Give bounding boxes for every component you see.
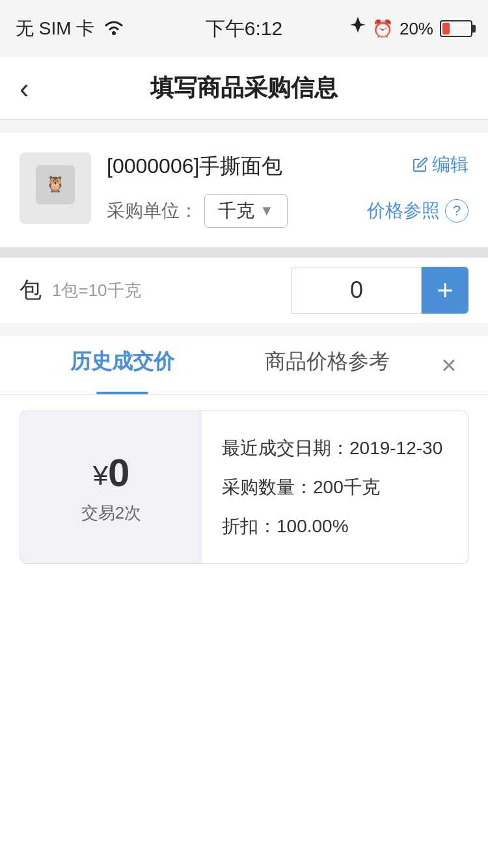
back-button[interactable]: ‹ [20, 74, 29, 103]
section-divider [0, 247, 488, 258]
close-icon: × [441, 351, 456, 380]
unit-select[interactable]: 千克 ▼ [204, 194, 288, 228]
svg-point-0 [112, 31, 116, 35]
price-ref-label: 价格参照 [367, 198, 440, 223]
unit-value: 千克 [218, 198, 254, 223]
history-card-wrap: ¥0 交易2次 最近成交日期：2019-12-30 采购数量：200千克 折扣：… [0, 395, 488, 580]
svg-text:🦉: 🦉 [46, 174, 65, 193]
status-bar: 无 SIM 卡 下午6:12 ⏰ 20% [0, 0, 488, 57]
wifi-icon [102, 18, 126, 40]
product-thumb-icon: 🦉 [33, 162, 78, 215]
edit-button[interactable]: 编辑 [413, 152, 468, 177]
close-button[interactable]: × [429, 346, 468, 385]
tab-history-price[interactable]: 历史成交价 [20, 336, 224, 394]
quantity-detail-label: 采购数量： [222, 477, 313, 497]
history-date-row: 最近成交日期：2019-12-30 [222, 435, 448, 462]
quantity-input-group: + [291, 267, 468, 314]
status-right: ⏰ 20% [350, 17, 472, 41]
discount-label: 折扣： [222, 516, 277, 536]
bottom-area [0, 580, 488, 868]
recent-date-value: 2019-12-30 [349, 438, 442, 458]
page-title: 填写商品采购信息 [150, 72, 338, 104]
price-ref-help-icon: ? [445, 199, 468, 223]
history-price-symbol: ¥ [93, 460, 108, 491]
tab-price-ref[interactable]: 商品价格参考 [224, 336, 429, 394]
status-left: 无 SIM 卡 [16, 16, 126, 41]
unit-box-label: 包 [20, 275, 42, 305]
price-ref-button[interactable]: 价格参照 ? [367, 198, 468, 223]
quantity-unit-info: 包 1包=10千克 [20, 275, 141, 305]
unit-conversion-label: 1包=10千克 [52, 279, 141, 302]
history-card: ¥0 交易2次 最近成交日期：2019-12-30 采购数量：200千克 折扣：… [20, 411, 468, 564]
product-header: [0000006]手撕面包 编辑 [107, 152, 468, 181]
discount-value: 100.00% [277, 516, 349, 536]
quantity-plus-button[interactable]: + [422, 267, 468, 314]
tab-underline [96, 392, 148, 394]
product-info: [0000006]手撕面包 编辑 采购单位： 千克 ▼ 价格参照 ? [107, 152, 468, 228]
dropdown-arrow-icon: ▼ [260, 202, 274, 219]
quantity-row: 包 1包=10千克 + [0, 258, 488, 323]
tabs-row: 历史成交价 商品价格参考 × [0, 336, 488, 394]
product-card: 🦉 [0000006]手撕面包 编辑 采购单位： 千克 ▼ [0, 133, 488, 247]
carrier-label: 无 SIM 卡 [16, 16, 94, 41]
history-detail-section: 最近成交日期：2019-12-30 采购数量：200千克 折扣：100.00% [202, 411, 468, 563]
quantity-input[interactable] [291, 267, 422, 314]
tab-price-ref-label: 商品价格参考 [265, 347, 390, 383]
plus-icon: + [437, 274, 454, 306]
history-price-display: ¥0 [93, 450, 130, 495]
history-trade-count: 交易2次 [81, 502, 141, 524]
edit-label: 编辑 [432, 152, 468, 177]
history-price-value: 0 [108, 451, 129, 495]
nav-bar: ‹ 填写商品采购信息 [0, 57, 488, 120]
alarm-icon: ⏰ [372, 19, 393, 39]
battery-icon [440, 20, 472, 37]
product-unit-row: 采购单位： 千克 ▼ 价格参照 ? [107, 194, 468, 228]
history-price-section: ¥0 交易2次 [20, 411, 202, 563]
tabs-container: 历史成交价 商品价格参考 × [0, 336, 488, 395]
status-time: 下午6:12 [206, 16, 282, 42]
product-thumbnail: 🦉 [20, 152, 91, 224]
recent-date-label: 最近成交日期： [222, 438, 349, 458]
location-icon [350, 17, 366, 41]
unit-label: 采购单位： [107, 198, 198, 223]
history-discount-row: 折扣：100.00% [222, 513, 448, 540]
product-name: [0000006]手撕面包 [107, 152, 282, 181]
tab-history-label: 历史成交价 [70, 347, 174, 383]
battery-percent: 20% [400, 19, 433, 39]
history-quantity-row: 采购数量：200千克 [222, 474, 448, 501]
quantity-detail-value: 200千克 [313, 477, 380, 497]
